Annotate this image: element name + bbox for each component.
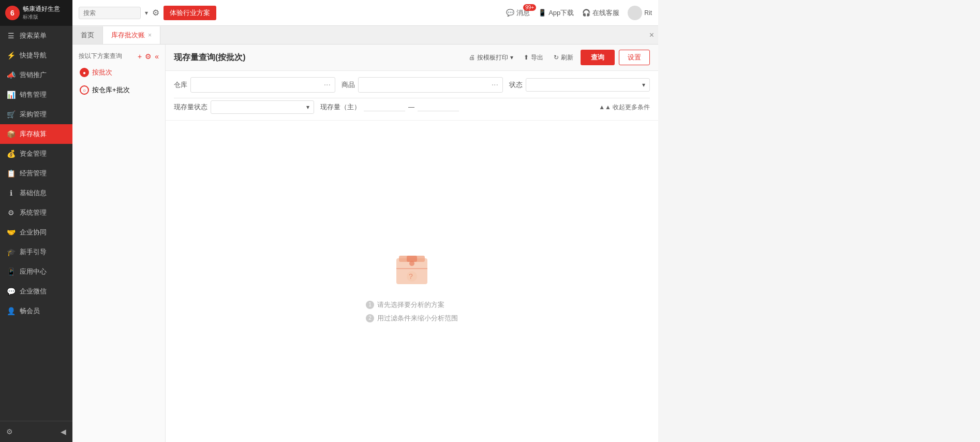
scheme-item-batch[interactable]: ● 按批次 bbox=[72, 64, 165, 81]
app-download-action[interactable]: 📱 App下载 bbox=[538, 8, 574, 18]
page-actions-right: 🖨 按模板打印 ▾ ⬆ 导出 ↻ 刷新 查询 设置 bbox=[466, 50, 650, 65]
tip-text-2: 用过滤条件来缩小分析范围 bbox=[377, 314, 458, 323]
scheme-warehouse-batch-label: 按仓库+批次 bbox=[92, 85, 130, 95]
sidebar-footer: ⚙ ◀ bbox=[0, 421, 72, 442]
sidebar-item-label: 快捷导航 bbox=[20, 51, 47, 60]
basic-info-icon: ℹ bbox=[6, 188, 16, 198]
warehouse-filter: 仓库 ··· bbox=[174, 77, 335, 93]
sidebar-item-quick-nav[interactable]: ⚡ 快捷导航 bbox=[0, 46, 72, 65]
sidebar-item-marketing[interactable]: 📣 营销推广 bbox=[0, 65, 72, 85]
marketing-icon: 📣 bbox=[6, 70, 16, 80]
online-service-label: 在线客服 bbox=[592, 8, 619, 18]
warehouse-input[interactable]: ··· bbox=[190, 77, 335, 93]
sidebar-item-finance[interactable]: 💰 资金管理 bbox=[0, 144, 72, 164]
filter-row-2: 现存量状态 ▾ 现存量（主） — bbox=[174, 100, 650, 114]
scheme-active-icon: ● bbox=[80, 68, 89, 77]
close-all-tabs-button[interactable]: × bbox=[649, 31, 654, 40]
print-button[interactable]: 🖨 按模板打印 ▾ bbox=[466, 51, 516, 64]
quick-nav-icon: ⚡ bbox=[6, 51, 16, 60]
filter-row-1: 仓库 ··· 商品 ··· bbox=[174, 77, 650, 93]
refresh-icon: ↻ bbox=[554, 54, 559, 61]
sidebar-settings-button[interactable]: ⚙ bbox=[4, 425, 15, 438]
experience-button[interactable]: 体验行业方案 bbox=[164, 6, 216, 20]
inventory-status-dropdown-icon: ▾ bbox=[306, 104, 309, 111]
qty-range-min[interactable] bbox=[364, 104, 405, 111]
inventory-qty-range: — bbox=[364, 104, 459, 111]
messages-action[interactable]: 💬 消息 99+ bbox=[506, 8, 530, 18]
sidebar-item-label: 销售管理 bbox=[20, 90, 47, 99]
inventory-status-filter: 现存量状态 ▾ bbox=[174, 100, 314, 114]
tab-inventory-batch[interactable]: 库存批次账 × bbox=[103, 26, 160, 44]
sidebar-collapse-button[interactable]: ◀ bbox=[58, 425, 68, 438]
page-title: 现存量查询(按批次) bbox=[174, 52, 246, 63]
inventory-qty-label: 现存量（主） bbox=[320, 102, 361, 112]
inventory-status-select[interactable]: ▾ bbox=[211, 100, 314, 114]
wechat-icon: 💬 bbox=[6, 287, 16, 296]
refresh-label: 刷新 bbox=[561, 53, 573, 62]
export-icon: ⬆ bbox=[524, 54, 529, 61]
main-area: ▾ ⚙ 体验行业方案 💬 消息 99+ 📱 App下载 🎧 在线客服 bbox=[72, 0, 658, 442]
qty-range-max[interactable] bbox=[418, 104, 459, 111]
tip-num-2: 2 bbox=[366, 314, 374, 322]
inventory-icon: 📦 bbox=[6, 129, 16, 139]
export-label: 导出 bbox=[531, 53, 543, 62]
empty-state-illustration: ? bbox=[386, 240, 438, 292]
empty-state: ? 1 请先选择要分析的方案 2 用过滤条件来缩小分析范围 bbox=[166, 121, 658, 442]
sidebar-item-label: 搜索菜单 bbox=[20, 31, 47, 40]
empty-tip-2: 2 用过滤条件来缩小分析范围 bbox=[366, 314, 458, 323]
operation-icon: 📋 bbox=[6, 169, 16, 178]
tabbar-right: × bbox=[645, 31, 658, 40]
filter-area: 仓库 ··· 商品 ··· bbox=[166, 71, 658, 121]
product-dots-icon[interactable]: ··· bbox=[492, 80, 498, 90]
sidebar-item-basic-info[interactable]: ℹ 基础信息 bbox=[0, 183, 72, 203]
sidebar-item-label: 新手引导 bbox=[20, 247, 47, 257]
left-panel-header: 按以下方案查询 + ⚙ « bbox=[72, 49, 165, 64]
app-version: 标准版 bbox=[23, 13, 60, 21]
search-input[interactable] bbox=[79, 7, 141, 19]
tab-close-button[interactable]: × bbox=[148, 32, 152, 38]
topbar-settings-button[interactable]: ⚙ bbox=[152, 8, 159, 18]
topbar: ▾ ⚙ 体验行业方案 💬 消息 99+ 📱 App下载 🎧 在线客服 bbox=[72, 0, 658, 26]
product-input[interactable]: ··· bbox=[358, 77, 503, 93]
tab-home[interactable]: 首页 bbox=[72, 26, 103, 44]
sidebar-item-system[interactable]: ⚙ 系统管理 bbox=[0, 203, 72, 223]
sidebar-item-label: 企业微信 bbox=[20, 287, 47, 296]
sidebar-item-label: 系统管理 bbox=[20, 208, 47, 217]
search-dropdown-button[interactable]: ▾ bbox=[145, 9, 148, 17]
sidebar-item-app-center[interactable]: 📱 应用中心 bbox=[0, 262, 72, 282]
warehouse-dots-icon[interactable]: ··· bbox=[324, 80, 331, 90]
collapse-filter-button[interactable]: ▲▲ 收起更多条件 bbox=[599, 103, 650, 112]
refresh-button[interactable]: ↻ 刷新 bbox=[551, 51, 576, 64]
status-select[interactable]: ▾ bbox=[526, 78, 650, 92]
sidebar-item-operation[interactable]: 📋 经营管理 bbox=[0, 164, 72, 183]
online-service-action[interactable]: 🎧 在线客服 bbox=[582, 8, 619, 18]
sidebar-item-label: 采购管理 bbox=[20, 110, 47, 119]
sidebar-item-member[interactable]: 👤 畅会员 bbox=[0, 301, 72, 321]
status-label: 状态 bbox=[509, 80, 523, 90]
sidebar-item-sales[interactable]: 📊 销售管理 bbox=[0, 85, 72, 105]
product-label: 商品 bbox=[341, 80, 355, 90]
scheme-settings-button[interactable]: ⚙ bbox=[145, 53, 152, 60]
export-button[interactable]: ⬆ 导出 bbox=[521, 51, 546, 64]
sidebar-item-inventory[interactable]: 📦 库存核算 bbox=[0, 124, 72, 144]
add-scheme-button[interactable]: + bbox=[138, 53, 142, 60]
sidebar-item-search[interactable]: ☰ 搜索菜单 bbox=[0, 26, 72, 46]
sidebar-item-label: 应用中心 bbox=[20, 267, 47, 276]
scheme-item-warehouse-batch[interactable]: ○ 按仓库+批次 bbox=[72, 81, 165, 99]
app-logo: 6 bbox=[5, 6, 20, 20]
topbar-actions: 💬 消息 99+ 📱 App下载 🎧 在线客服 Rit bbox=[506, 6, 652, 20]
sidebar-item-purchase[interactable]: 🛒 采购管理 bbox=[0, 105, 72, 124]
user-action[interactable]: Rit bbox=[628, 6, 652, 20]
search-menu-icon: ☰ bbox=[6, 31, 16, 40]
purchase-icon: 🛒 bbox=[6, 110, 16, 119]
inventory-qty-filter: 现存量（主） — bbox=[320, 102, 459, 112]
sidebar-item-label: 营销推广 bbox=[20, 70, 47, 80]
sidebar-item-enterprise[interactable]: 🤝 企业协同 bbox=[0, 223, 72, 242]
collapse-panel-button[interactable]: « bbox=[155, 53, 159, 60]
query-button[interactable]: 查询 bbox=[581, 50, 615, 65]
finance-icon: 💰 bbox=[6, 149, 16, 158]
sidebar-item-wechat[interactable]: 💬 企业微信 bbox=[0, 282, 72, 301]
sidebar-item-guide[interactable]: 🎓 新手引导 bbox=[0, 242, 72, 262]
collapse-up-icon: ▲▲ bbox=[599, 104, 611, 111]
settings-button[interactable]: 设置 bbox=[619, 50, 650, 65]
